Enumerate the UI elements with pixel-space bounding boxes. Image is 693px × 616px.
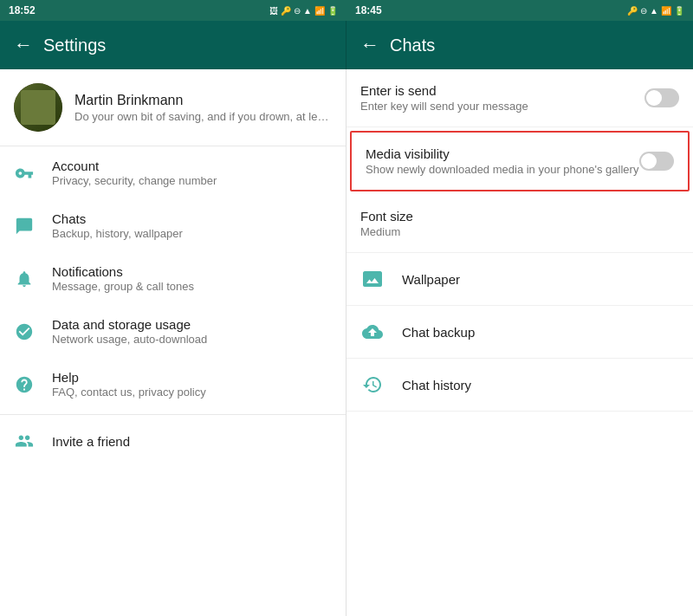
right-panel: Enter is send Enter key will send your m… xyxy=(346,69,693,616)
chats-title: Chats xyxy=(390,36,435,55)
left-status-bar: 18:52 🖼 🔑 ⊖ ▲ 📶 🔋 xyxy=(0,0,346,21)
menu-item-data[interactable]: Data and storage usage Network usage, au… xyxy=(0,305,346,358)
media-visibility-row[interactable]: Media visibility Show newly downloaded m… xyxy=(350,131,690,191)
chats-menu-label: Chats xyxy=(52,211,332,226)
notifications-text: Notifications Message, group & call tone… xyxy=(52,264,332,293)
key-status-icon: 🔑 xyxy=(281,6,291,16)
account-sublabel: Privacy, security, change number xyxy=(52,174,332,187)
media-visibility-label: Media visibility xyxy=(366,146,639,161)
chat-history-row[interactable]: Chat history xyxy=(346,359,693,412)
menu-item-chats[interactable]: Chats Backup, history, wallpaper xyxy=(0,199,346,252)
right-status-bar: 18:45 🔑 ⊖ ▲ 📶 🔋 xyxy=(346,0,693,21)
chats-menu-text: Chats Backup, history, wallpaper xyxy=(52,211,332,240)
right-time: 18:45 xyxy=(355,4,382,16)
chat-backup-label: Chat backup xyxy=(402,325,475,340)
right-signal-icon: 📶 xyxy=(661,6,671,16)
app-bars: ← Settings ← Chats xyxy=(0,21,693,69)
chat-history-icon xyxy=(360,373,385,397)
chats-menu-icon xyxy=(14,216,35,237)
menu-item-invite[interactable]: Invite a friend xyxy=(0,418,346,464)
chats-menu-sublabel: Backup, history, wallpaper xyxy=(52,227,332,240)
media-visibility-toggle[interactable] xyxy=(639,152,674,171)
left-status-icons: 🖼 🔑 ⊖ ▲ 📶 🔋 xyxy=(269,6,338,16)
settings-app-bar: ← Settings xyxy=(0,21,346,69)
profile-section[interactable]: Martin Brinkmann Do your own bit of savi… xyxy=(0,69,346,146)
wallpaper-icon xyxy=(360,267,385,291)
right-block-icon: ⊖ xyxy=(640,6,647,16)
font-size-value: Medium xyxy=(360,225,679,238)
help-text: Help FAQ, contact us, privacy policy xyxy=(52,370,332,399)
account-text: Account Privacy, security, change number xyxy=(52,159,332,187)
enter-is-send-text: Enter is send Enter key will send your m… xyxy=(360,83,644,113)
menu-item-help[interactable]: Help FAQ, contact us, privacy policy xyxy=(0,358,346,411)
left-time: 18:52 xyxy=(9,4,36,16)
right-key-icon: 🔑 xyxy=(627,6,638,16)
right-battery-icon: 🔋 xyxy=(674,6,684,16)
enter-is-send-toggle[interactable] xyxy=(644,88,679,107)
notifications-label: Notifications xyxy=(52,264,332,279)
right-wifi-icon: ▲ xyxy=(650,6,658,16)
avatar-image xyxy=(14,83,62,132)
font-size-row[interactable]: Font size Medium xyxy=(346,195,693,253)
wallpaper-label: Wallpaper xyxy=(402,272,460,287)
enter-is-send-label: Enter is send xyxy=(360,83,644,98)
notifications-icon xyxy=(14,269,35,289)
data-label: Data and storage usage xyxy=(52,317,332,332)
enter-is-send-sublabel: Enter key will send your message xyxy=(360,100,644,113)
menu-item-notifications[interactable]: Notifications Message, group & call tone… xyxy=(0,252,346,305)
right-status-icons: 🔑 ⊖ ▲ 📶 🔋 xyxy=(627,6,684,16)
profile-name: Martin Brinkmann xyxy=(74,93,332,108)
signal-status-icon: 📶 xyxy=(314,6,325,16)
chat-backup-row[interactable]: Chat backup xyxy=(346,306,693,359)
font-size-label: Font size xyxy=(360,209,679,224)
battery-status-icon: 🔋 xyxy=(327,6,338,16)
chats-back-button[interactable]: ← xyxy=(360,34,379,56)
help-label: Help xyxy=(52,370,332,385)
invite-label: Invite a friend xyxy=(52,434,332,449)
help-sublabel: FAQ, contact us, privacy policy xyxy=(52,386,332,399)
menu-divider xyxy=(0,414,346,415)
wifi-status-icon: ▲ xyxy=(303,6,312,16)
chat-backup-icon xyxy=(360,320,385,344)
wallpaper-row[interactable]: Wallpaper xyxy=(346,253,693,306)
help-icon xyxy=(14,374,35,395)
status-bars: 18:52 🖼 🔑 ⊖ ▲ 📶 🔋 18:45 🔑 ⊖ ▲ 📶 🔋 xyxy=(0,0,693,21)
data-text: Data and storage usage Network usage, au… xyxy=(52,317,332,346)
account-icon xyxy=(14,163,35,184)
settings-back-button[interactable]: ← xyxy=(14,34,33,56)
account-label: Account xyxy=(52,159,332,173)
data-sublabel: Network usage, auto-download xyxy=(52,333,332,346)
enter-is-send-row[interactable]: Enter is send Enter key will send your m… xyxy=(346,69,693,127)
data-icon xyxy=(14,321,35,342)
profile-info: Martin Brinkmann Do your own bit of savi… xyxy=(74,93,332,123)
main-content: Martin Brinkmann Do your own bit of savi… xyxy=(0,69,693,616)
left-panel: Martin Brinkmann Do your own bit of savi… xyxy=(0,69,346,616)
media-visibility-text: Media visibility Show newly downloaded m… xyxy=(366,146,639,176)
profile-status: Do your own bit of saving, and if you dr… xyxy=(74,110,332,123)
notifications-sublabel: Message, group & call tones xyxy=(52,280,332,293)
chats-app-bar: ← Chats xyxy=(346,21,693,69)
avatar xyxy=(14,83,62,132)
chat-history-label: Chat history xyxy=(402,378,471,392)
block-status-icon: ⊖ xyxy=(294,6,301,16)
invite-text: Invite a friend xyxy=(52,434,332,449)
media-visibility-sublabel: Show newly downloaded media in your phon… xyxy=(366,163,639,176)
menu-item-account[interactable]: Account Privacy, security, change number xyxy=(0,146,346,199)
invite-icon xyxy=(14,431,35,451)
settings-title: Settings xyxy=(43,36,106,55)
font-size-text: Font size Medium xyxy=(360,209,679,238)
image-status-icon: 🖼 xyxy=(269,6,278,16)
